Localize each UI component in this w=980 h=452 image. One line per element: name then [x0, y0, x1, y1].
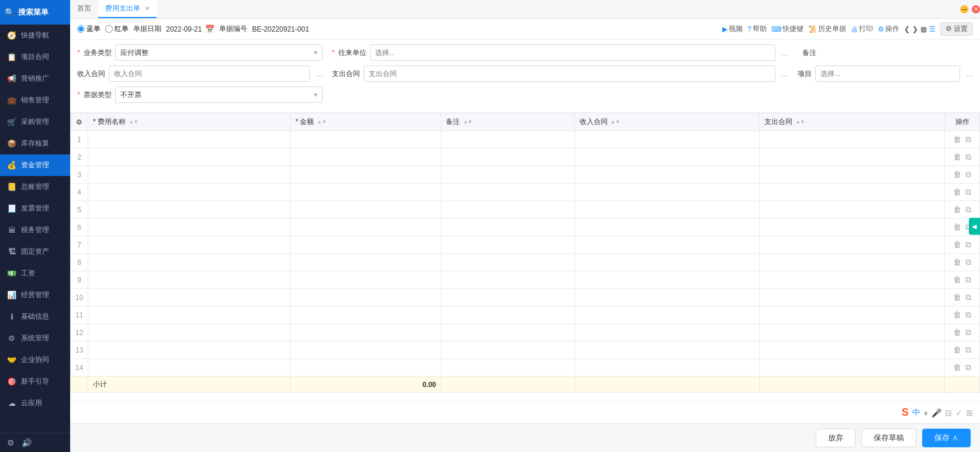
- tab-close-expense-bill[interactable]: ✕: [145, 5, 150, 12]
- amount-cell[interactable]: [290, 289, 441, 306]
- minimize-button[interactable]: —: [960, 5, 968, 13]
- expense-contract-cell[interactable]: [760, 341, 945, 359]
- expense-name-cell[interactable]: [88, 236, 290, 254]
- expense-contract-cell[interactable]: [760, 131, 945, 149]
- sort-icon-amount[interactable]: ▲▼: [317, 119, 327, 125]
- delete-row-button[interactable]: 🗑: [952, 186, 962, 198]
- expense-contract-cell[interactable]: [760, 254, 945, 271]
- income-contract-cell[interactable]: [574, 306, 760, 324]
- memo-cell[interactable]: [441, 324, 574, 341]
- memo-cell[interactable]: [441, 219, 574, 236]
- amount-cell[interactable]: [290, 254, 441, 271]
- date-value[interactable]: 2022-09-21: [166, 25, 202, 33]
- delete-row-button[interactable]: 🗑: [952, 151, 962, 163]
- memo-cell[interactable]: [441, 201, 574, 219]
- memo-cell[interactable]: [441, 254, 574, 271]
- copy-row-button[interactable]: ⧉: [964, 309, 972, 321]
- brand-icon-5[interactable]: ✓: [955, 408, 962, 418]
- brand-icon-2[interactable]: ♦: [924, 408, 928, 418]
- sidebar-item-tax-mgmt[interactable]: 🏛税务管理: [0, 219, 70, 241]
- copy-row-button[interactable]: ⧉: [964, 291, 972, 303]
- expense-contract-dots[interactable]: ...: [781, 69, 788, 78]
- blue-bill-radio[interactable]: [77, 25, 85, 33]
- sort-icon-income[interactable]: ▲▼: [611, 119, 620, 125]
- expense-name-cell[interactable]: [88, 131, 290, 149]
- sidebar-item-sales-mgmt[interactable]: 💼销售管理: [0, 89, 70, 111]
- business-type-select[interactable]: 应付调整 ▾: [115, 44, 323, 61]
- copy-row-button[interactable]: ⧉: [964, 274, 972, 286]
- income-contract-cell[interactable]: [574, 201, 760, 219]
- expense-name-cell[interactable]: [88, 324, 290, 341]
- delete-row-button[interactable]: 🗑: [952, 309, 962, 320]
- brand-icon-4[interactable]: ⊟: [945, 408, 952, 418]
- delete-row-button[interactable]: 🗑: [952, 274, 962, 285]
- delete-row-button[interactable]: 🗑: [952, 326, 962, 338]
- expense-contract-cell[interactable]: [760, 359, 945, 377]
- income-contract-cell[interactable]: [574, 359, 760, 377]
- sidebar-item-new-guide[interactable]: 🎯新手引导: [0, 371, 70, 392]
- amount-cell[interactable]: [290, 184, 441, 201]
- save-button[interactable]: 保存 ∧: [922, 429, 971, 447]
- sidebar-item-marketing[interactable]: 📢营销推广: [0, 68, 70, 89]
- income-contract-dots[interactable]: ...: [316, 69, 323, 78]
- sidebar-item-quick-nav[interactable]: 🧭快捷导航: [0, 25, 70, 46]
- expense-contract-cell[interactable]: [760, 306, 945, 324]
- income-contract-input[interactable]: [109, 65, 310, 82]
- delete-row-button[interactable]: 🗑: [952, 239, 962, 250]
- discard-button[interactable]: 放弃: [816, 429, 856, 447]
- delete-row-button[interactable]: 🗑: [952, 256, 962, 268]
- nav-next-button[interactable]: ❯: [912, 25, 918, 33]
- copy-row-button[interactable]: ⧉: [964, 203, 972, 216]
- amount-cell[interactable]: [290, 236, 441, 254]
- sidebar-item-salary[interactable]: 💵工资: [0, 263, 70, 284]
- sidebar-item-purchase-mgmt[interactable]: 🛒采购管理: [0, 111, 70, 133]
- copy-row-button[interactable]: ⧉: [964, 256, 972, 268]
- income-contract-cell[interactable]: [574, 341, 760, 359]
- amount-cell[interactable]: [290, 271, 441, 289]
- expense-name-cell[interactable]: [88, 219, 290, 236]
- partner-input[interactable]: [370, 44, 776, 61]
- project-input[interactable]: [815, 65, 960, 82]
- toolbar-action-operation[interactable]: ⚙ 操作: [878, 24, 899, 34]
- sort-icon-expense[interactable]: ▲▼: [796, 119, 805, 125]
- copy-row-button[interactable]: ⧉: [964, 186, 972, 198]
- red-bill-label[interactable]: 红单: [105, 24, 129, 34]
- sidebar-item-system-mgmt[interactable]: ⚙系统管理: [0, 327, 70, 349]
- copy-row-button[interactable]: ⧉: [964, 168, 972, 181]
- memo-cell[interactable]: [441, 131, 574, 149]
- partner-dots[interactable]: ...: [781, 48, 788, 57]
- toolbar-action-print[interactable]: 🖨 打印: [851, 24, 873, 34]
- expense-name-cell[interactable]: [88, 306, 290, 324]
- expense-name-cell[interactable]: [88, 289, 290, 306]
- memo-cell[interactable]: [441, 289, 574, 306]
- sidebar-item-basic-info[interactable]: ℹ基础信息: [0, 306, 70, 327]
- memo-cell[interactable]: [441, 236, 574, 254]
- amount-cell[interactable]: [290, 149, 441, 166]
- expense-contract-cell[interactable]: [760, 201, 945, 219]
- view-grid-button[interactable]: ▦: [920, 25, 927, 33]
- expense-contract-input[interactable]: [363, 65, 775, 82]
- expense-contract-cell[interactable]: [760, 166, 945, 184]
- copy-row-button[interactable]: ⧉: [964, 326, 972, 339]
- expense-name-cell[interactable]: [88, 341, 290, 359]
- delete-row-button[interactable]: 🗑: [952, 291, 962, 303]
- income-contract-cell[interactable]: [574, 184, 760, 201]
- delete-row-button[interactable]: 🗑: [952, 203, 962, 215]
- income-contract-cell[interactable]: [574, 271, 760, 289]
- amount-cell[interactable]: [290, 219, 441, 236]
- amount-cell[interactable]: [290, 201, 441, 219]
- sidebar-item-ledger-mgmt[interactable]: 📒总账管理: [0, 176, 70, 198]
- expense-name-cell[interactable]: [88, 254, 290, 271]
- expense-contract-cell[interactable]: [760, 236, 945, 254]
- amount-cell[interactable]: [290, 341, 441, 359]
- view-list-button[interactable]: ☰: [929, 25, 936, 33]
- copy-row-button[interactable]: ⧉: [964, 361, 972, 374]
- sidebar-item-capital-mgmt[interactable]: 💰资金管理: [0, 154, 70, 176]
- memo-cell[interactable]: [441, 149, 574, 166]
- income-contract-cell[interactable]: [574, 131, 760, 149]
- nav-prev-button[interactable]: ❮: [904, 25, 910, 33]
- red-bill-radio[interactable]: [105, 25, 113, 33]
- save-draft-button[interactable]: 保存草稿: [861, 429, 916, 447]
- income-contract-cell[interactable]: [574, 324, 760, 341]
- calendar-icon[interactable]: 📅: [205, 25, 214, 33]
